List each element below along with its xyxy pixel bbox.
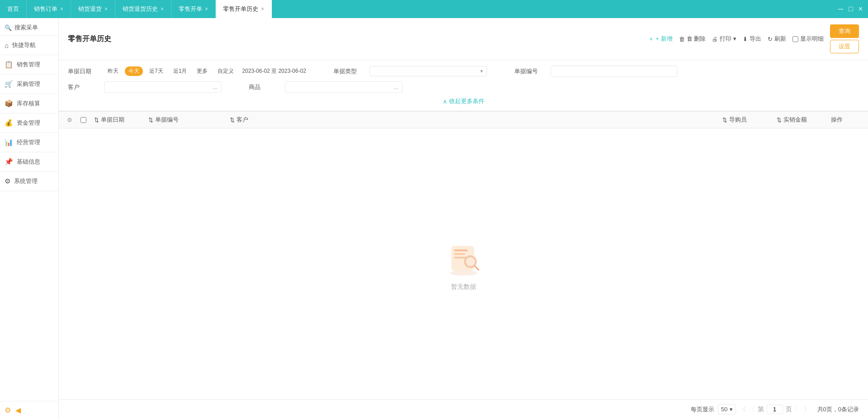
tab-sales-return-label: 销货退货 bbox=[78, 5, 102, 13]
th-no-sort-icon: ⇅ bbox=[148, 117, 153, 123]
tab-retail-open[interactable]: 零售开单 × bbox=[171, 0, 216, 18]
th-guide[interactable]: ⇅ 导购员 bbox=[719, 116, 773, 124]
empty-text: 暂无数据 bbox=[451, 283, 476, 291]
window-controls: ─ □ × bbox=[838, 5, 868, 13]
page-size-select[interactable]: 50 ▾ bbox=[718, 404, 735, 414]
export-button[interactable]: ⬇ 导出 bbox=[743, 35, 761, 43]
collapse-sidebar-icon[interactable]: ◀ bbox=[15, 406, 21, 414]
select-all-checkbox[interactable] bbox=[81, 117, 86, 123]
home-icon: ⌂ bbox=[5, 42, 9, 49]
date-option-more[interactable]: 更多 bbox=[193, 66, 211, 76]
page-label: 第 bbox=[758, 405, 764, 414]
sidebar-item-inventory-label: 库存核算 bbox=[17, 99, 40, 108]
tab-home[interactable]: 首页 bbox=[0, 0, 27, 18]
th-date-sort-icon: ⇅ bbox=[94, 117, 99, 123]
date-option-custom[interactable]: 自定义 bbox=[214, 66, 237, 76]
goods-ellipsis-icon[interactable]: ... bbox=[394, 84, 398, 90]
pagination-summary: 共0页，0条记录 bbox=[817, 405, 859, 414]
svg-line-7 bbox=[475, 266, 479, 270]
date-option-7days[interactable]: 近7天 bbox=[146, 66, 167, 76]
th-date[interactable]: ⇅ 单据日期 bbox=[90, 116, 145, 124]
date-option-1month[interactable]: 近1月 bbox=[170, 66, 191, 76]
type-filter-select[interactable]: ▾ bbox=[370, 66, 487, 76]
show-detail-toggle[interactable]: 显示明细 bbox=[792, 35, 824, 43]
th-customer-label: 客户 bbox=[237, 116, 248, 124]
add-icon: ＋ bbox=[648, 35, 654, 43]
minimize-icon[interactable]: ─ bbox=[838, 5, 843, 13]
customer-ellipsis-icon[interactable]: ... bbox=[213, 84, 218, 90]
maximize-icon[interactable]: □ bbox=[849, 5, 853, 13]
query-button[interactable]: 查询 bbox=[830, 24, 859, 38]
type-select-chevron-icon: ▾ bbox=[480, 68, 483, 74]
th-customer-sort-icon: ⇅ bbox=[230, 117, 235, 123]
table-header: ⚙ ⇅ 单据日期 ⇅ 单据编号 ⇅ 客户 ⇅ 导购员 bbox=[59, 111, 868, 128]
show-detail-label: 显示明细 bbox=[800, 35, 824, 43]
th-date-label: 单据日期 bbox=[101, 116, 124, 124]
date-option-yesterday[interactable]: 昨天 bbox=[104, 66, 122, 76]
tab-retail-open-history-close[interactable]: × bbox=[261, 6, 264, 12]
sidebar-search-label: 搜索采单 bbox=[14, 24, 38, 32]
next-page-icon[interactable]: 〉 bbox=[795, 405, 801, 414]
tab-sales-order-close[interactable]: × bbox=[60, 6, 63, 12]
sidebar-item-purchase-mgmt[interactable]: 🛒 采购管理 bbox=[0, 75, 58, 94]
tab-sales-return[interactable]: 销货退货 × bbox=[71, 0, 115, 18]
tab-retail-open-history-label: 零售开单历史 bbox=[223, 5, 258, 13]
delete-button[interactable]: 🗑 🗑 删除 bbox=[679, 35, 706, 43]
refresh-button[interactable]: ↻ 刷新 bbox=[768, 35, 786, 43]
date-option-today[interactable]: 今天 bbox=[125, 66, 143, 76]
th-guide-label: 导购员 bbox=[729, 116, 747, 124]
tab-sales-return-history[interactable]: 销货退货历史 × bbox=[115, 0, 171, 18]
no-filter-input[interactable] bbox=[550, 66, 677, 77]
tab-sales-return-close[interactable]: × bbox=[104, 6, 108, 12]
type-filter-label: 单据类型 bbox=[333, 67, 360, 75]
sidebar: 🔍 搜索采单 ⌂ 快捷导航 📋 销售管理 🛒 采购管理 📦 库存核算 💰 资金管… bbox=[0, 18, 59, 419]
th-no[interactable]: ⇅ 单据编号 bbox=[145, 116, 226, 124]
sidebar-item-sys-mgmt[interactable]: ⚙ 系统管理 bbox=[0, 172, 58, 191]
th-customer[interactable]: ⇅ 客户 bbox=[226, 116, 719, 124]
sidebar-item-inventory[interactable]: 📦 库存核算 bbox=[0, 94, 58, 113]
customer-filter-select[interactable]: ... bbox=[104, 81, 222, 93]
th-amount[interactable]: ⇅ 实销金额 bbox=[773, 116, 827, 124]
settings-gear-icon[interactable]: ⚙ bbox=[5, 406, 11, 414]
add-button[interactable]: ＋ + 新增 bbox=[648, 35, 673, 43]
close-window-icon[interactable]: × bbox=[859, 5, 863, 13]
last-page-icon[interactable]: 》 bbox=[804, 405, 810, 414]
page-size-chevron-icon: ▾ bbox=[730, 406, 733, 413]
first-page-icon[interactable]: 《 bbox=[740, 405, 746, 414]
svg-point-6 bbox=[466, 257, 475, 266]
sidebar-item-operations-label: 经营管理 bbox=[17, 138, 40, 146]
sidebar-item-finance[interactable]: 💰 资金管理 bbox=[0, 113, 58, 133]
tab-sales-return-history-label: 销货退货历史 bbox=[123, 5, 158, 13]
th-op: 操作 bbox=[827, 116, 863, 124]
collapse-button[interactable]: ∧ 收起更多条件 bbox=[443, 97, 484, 105]
sidebar-item-operations[interactable]: 📊 经营管理 bbox=[0, 133, 58, 152]
tab-sales-order[interactable]: 销售订单 × bbox=[27, 0, 71, 18]
inventory-icon: 📦 bbox=[5, 99, 13, 108]
prev-page-icon[interactable]: 〈 bbox=[749, 405, 755, 414]
date-filter-label: 单据日期 bbox=[68, 67, 95, 75]
sidebar-item-base-info[interactable]: 📌 基础信息 bbox=[0, 152, 58, 172]
th-gear[interactable]: ⚙ bbox=[63, 117, 77, 123]
sys-mgmt-icon: ⚙ bbox=[5, 177, 10, 185]
tab-retail-open-history[interactable]: 零售开单历史 × bbox=[216, 0, 272, 18]
top-tab-bar: 首页 销售订单 × 销货退货 × 销货退货历史 × 零售开单 × 零售开单历史 … bbox=[0, 0, 868, 18]
empty-illustration bbox=[443, 237, 484, 278]
purchase-icon: 🛒 bbox=[5, 80, 13, 88]
page-number-input[interactable] bbox=[767, 405, 783, 414]
sidebar-item-sys-mgmt-label: 系统管理 bbox=[14, 177, 38, 185]
sidebar-item-sales-mgmt-label: 销售管理 bbox=[17, 61, 40, 69]
collapse-icon: ∧ bbox=[443, 98, 447, 105]
tab-home-label: 首页 bbox=[7, 5, 19, 13]
tab-retail-open-label: 零售开单 bbox=[179, 5, 202, 13]
tab-sales-return-history-close[interactable]: × bbox=[161, 6, 164, 12]
sidebar-search[interactable]: 🔍 搜索采单 bbox=[0, 18, 58, 36]
print-button[interactable]: 🖨 打印 ▾ bbox=[712, 35, 736, 43]
setting-button[interactable]: 设置 bbox=[830, 40, 859, 53]
sidebar-item-quick-nav[interactable]: ⌂ 快捷导航 bbox=[0, 36, 58, 55]
tab-retail-open-close[interactable]: × bbox=[205, 6, 208, 12]
goods-filter-select[interactable]: ... bbox=[285, 81, 403, 93]
show-detail-checkbox[interactable] bbox=[792, 36, 798, 42]
th-op-label: 操作 bbox=[831, 116, 843, 124]
content-area: 零售开单历史 ＋ + 新增 🗑 🗑 删除 🖨 打印 ▾ ⬇ 导出 bbox=[59, 18, 868, 419]
sidebar-item-sales-mgmt[interactable]: 📋 销售管理 bbox=[0, 55, 58, 75]
